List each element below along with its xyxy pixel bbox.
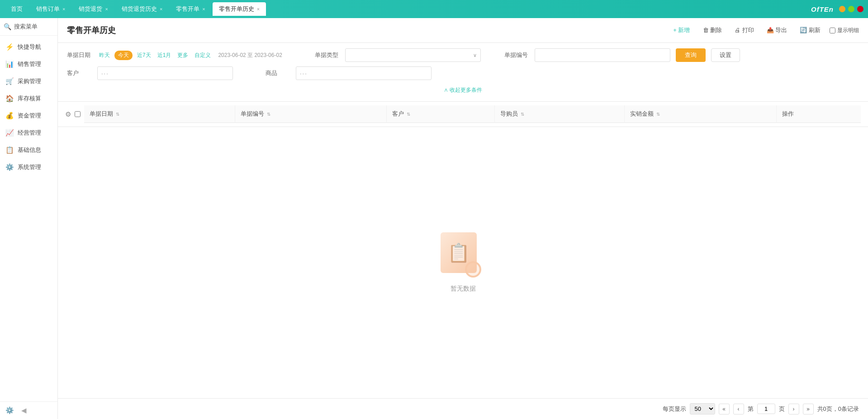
col-action: 操作 <box>776 105 861 123</box>
type-select-arrow: ∨ <box>473 52 477 58</box>
next-page-button[interactable]: › <box>788 404 799 414</box>
search-circle-decoration <box>465 261 481 278</box>
number-input[interactable] <box>535 48 670 62</box>
query-button[interactable]: 查询 <box>676 48 706 62</box>
filter-row-2: 客户 ··· 商品 ··· <box>67 66 859 80</box>
prev-page-button[interactable]: ‹ <box>733 404 744 414</box>
tab-close-sales-return-history[interactable]: × <box>160 6 162 12</box>
content-area: 零售开单历史 + 新增 🗑 删除 🖨 打印 📤 导出 🔄 刷新 显示明细 单据日… <box>58 18 868 419</box>
sidebar-search-label: 搜索菜单 <box>14 23 38 31</box>
sales-mgmt-label: 销售管理 <box>18 60 41 68</box>
date-shortcut-4[interactable]: 更多 <box>175 51 190 60</box>
sort-icon-guide: ⇅ <box>521 112 524 117</box>
basic-info-label: 基础信息 <box>18 146 41 154</box>
date-shortcut-0[interactable]: 昨天 <box>97 51 112 60</box>
sidebar-menu: ⚡快捷导航📊销售管理🛒采购管理🏠库存核算💰资金管理📈经营管理📋基础信息⚙️系统管… <box>0 36 57 401</box>
sidebar-item-operations-mgmt[interactable]: 📈经营管理 <box>0 124 57 141</box>
pagination: 每页显示 102050100 « ‹ 第 1 页 › » 共0页，0条记录 <box>58 398 868 419</box>
sidebar-item-system-mgmt[interactable]: ⚙️系统管理 <box>0 159 57 176</box>
quick-nav-icon: ⚡ <box>5 43 14 51</box>
system-mgmt-label: 系统管理 <box>18 163 41 171</box>
date-shortcut-5[interactable]: 自定义 <box>193 51 213 60</box>
tab-bar: 首页销售订单×销货退货×销货退货历史×零售开单×零售开单历史× <box>5 2 811 16</box>
setting-button[interactable]: 设置 <box>711 48 740 62</box>
sidebar-item-sales-mgmt[interactable]: 📊销售管理 <box>0 56 57 73</box>
table-gear-icon[interactable]: ⚙ <box>65 110 71 118</box>
show-detail-checkbox[interactable]: 显示明细 <box>830 27 859 34</box>
operations-mgmt-label: 经营管理 <box>18 129 41 137</box>
sort-icon-date: ⇅ <box>116 112 119 117</box>
collapse-button[interactable]: ∧ 收起更多条件 <box>67 85 859 96</box>
tab-close-sales-order[interactable]: × <box>62 6 65 12</box>
inventory-check-label: 库存核算 <box>18 94 41 103</box>
settings-icon[interactable]: ⚙️ <box>5 406 14 414</box>
date-label: 单据日期 <box>67 51 92 59</box>
sidebar-item-finance-mgmt[interactable]: 💰资金管理 <box>0 107 57 124</box>
goods-select[interactable]: ··· <box>296 66 432 80</box>
refresh-button[interactable]: 🔄 刷新 <box>796 24 824 36</box>
system-mgmt-icon: ⚙️ <box>5 163 14 171</box>
purchase-mgmt-icon: 🛒 <box>5 77 14 85</box>
goods-dots: ··· <box>300 70 308 77</box>
select-all-checkbox[interactable] <box>75 111 81 117</box>
type-label: 单据类型 <box>315 51 340 59</box>
table-header-row: 单据日期 ⇅单据编号 ⇅客户 ⇅导购员 ⇅实销金额 ⇅操作 <box>84 105 861 123</box>
last-page-button[interactable]: » <box>803 404 814 414</box>
tab-close-sales-return[interactable]: × <box>105 6 108 12</box>
col-customer[interactable]: 客户 ⇅ <box>387 105 495 123</box>
col-date[interactable]: 单据日期 ⇅ <box>84 105 235 123</box>
filter-row-1: 单据日期 昨天今天近7天近1月更多自定义 2023-06-02 至 2023-0… <box>67 48 859 62</box>
window-controls <box>839 6 863 12</box>
sidebar-item-inventory-check[interactable]: 🏠库存核算 <box>0 90 57 107</box>
date-shortcut-3[interactable]: 近1月 <box>156 51 173 60</box>
collapse-sidebar-icon[interactable]: ◀ <box>21 406 27 414</box>
quick-nav-label: 快捷导航 <box>18 43 41 51</box>
delete-button[interactable]: 🗑 删除 <box>699 24 726 36</box>
col-amount[interactable]: 实销金额 ⇅ <box>625 105 776 123</box>
sidebar: 🔍 搜索菜单 ⚡快捷导航📊销售管理🛒采购管理🏠库存核算💰资金管理📈经营管理📋基础… <box>0 18 58 419</box>
sort-icon-amount: ⇅ <box>656 112 660 117</box>
filter-area: 单据日期 昨天今天近7天近1月更多自定义 2023-06-02 至 2023-0… <box>58 43 868 102</box>
export-button[interactable]: 📤 导出 <box>763 24 791 36</box>
page-size-select[interactable]: 102050100 <box>690 403 715 414</box>
tab-sales-order[interactable]: 销售订单× <box>30 2 71 16</box>
finance-mgmt-label: 资金管理 <box>18 112 41 120</box>
close-button[interactable] <box>857 6 863 12</box>
total-text: 共0页，0条记录 <box>817 405 859 413</box>
customer-select[interactable]: ··· <box>97 66 233 80</box>
first-page-button[interactable]: « <box>719 404 730 414</box>
tab-close-retail-open-history[interactable]: × <box>257 6 260 12</box>
add-button[interactable]: + 新增 <box>669 24 693 36</box>
col-number[interactable]: 单据编号 ⇅ <box>235 105 386 123</box>
page-number-input[interactable]: 1 <box>757 404 775 414</box>
sidebar-search[interactable]: 🔍 搜索菜单 <box>0 18 57 36</box>
table-toolbar: ⚙ 单据日期 ⇅单据编号 ⇅客户 ⇅导购员 ⇅实销金额 ⇅操作 <box>58 102 868 127</box>
table-area: ⚙ 单据日期 ⇅单据编号 ⇅客户 ⇅导购员 ⇅实销金额 ⇅操作 <box>58 102 868 398</box>
sidebar-item-basic-info[interactable]: 📋基础信息 <box>0 141 57 159</box>
date-shortcut-1[interactable]: 今天 <box>114 51 133 60</box>
show-detail-input[interactable] <box>830 28 835 33</box>
date-shortcut-2[interactable]: 近7天 <box>135 51 153 60</box>
page-size-label: 每页显示 <box>663 405 686 413</box>
maximize-button[interactable] <box>848 6 854 12</box>
tab-retail-open-history[interactable]: 零售开单历史× <box>213 2 266 16</box>
tab-sales-return-history[interactable]: 销货退货历史× <box>115 2 169 16</box>
col-guide[interactable]: 导购员 ⇅ <box>495 105 625 123</box>
top-bar: 首页销售订单×销货退货×销货退货历史×零售开单×零售开单历史× OfTEn <box>0 0 868 18</box>
search-icon: 🔍 <box>4 23 11 30</box>
tab-close-retail-open[interactable]: × <box>202 6 205 12</box>
inventory-check-icon: 🏠 <box>5 94 14 103</box>
purchase-mgmt-label: 采购管理 <box>18 77 41 85</box>
minimize-button[interactable] <box>839 6 845 12</box>
empty-state: 暂无数据 <box>58 127 868 398</box>
customer-label: 客户 <box>67 69 92 77</box>
tab-home[interactable]: 首页 <box>5 2 29 16</box>
print-button[interactable]: 🖨 打印 <box>731 24 758 36</box>
type-select[interactable]: ∨ <box>345 48 481 62</box>
page-suffix: 页 <box>779 405 785 413</box>
sidebar-item-quick-nav[interactable]: ⚡快捷导航 <box>0 38 57 56</box>
tab-retail-open[interactable]: 零售开单× <box>170 2 211 16</box>
tab-sales-return[interactable]: 销货退货× <box>72 2 114 16</box>
sidebar-item-purchase-mgmt[interactable]: 🛒采购管理 <box>0 73 57 90</box>
date-shortcuts: 昨天今天近7天近1月更多自定义 <box>97 51 213 60</box>
